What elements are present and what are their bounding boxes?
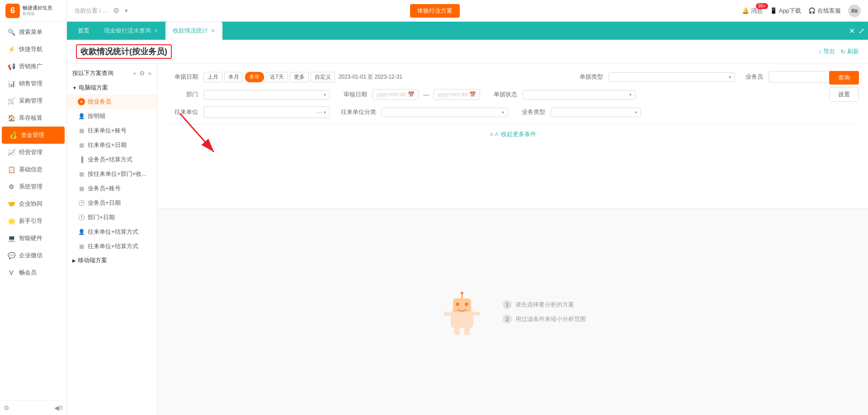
- warehouse-icon: 🏠: [7, 114, 15, 122]
- calendar-from-icon[interactable]: 📅: [408, 91, 415, 98]
- partner-category-label: 往来单位分类: [335, 108, 376, 116]
- scheme-group-desktop-title[interactable]: ▼ 电脑端方案: [67, 81, 157, 94]
- scheme-item-dept-date[interactable]: 🕐 部门+日期: [67, 210, 157, 225]
- sidebar-item-warehouse[interactable]: 🏠 库存核算: [0, 109, 66, 127]
- notification-item[interactable]: 🔔 99+ 消息: [742, 7, 763, 15]
- calendar-to-icon[interactable]: 📅: [469, 91, 476, 98]
- sidebar-nav: 🔍 搜索菜单 ⚡ 快捷导航 📢 营销推广 📊 销售管理 🛒 采购管理 🏠 库存核…: [0, 22, 66, 400]
- logo-icon: 6: [5, 4, 20, 18]
- sidebar-item-purchase[interactable]: 🛒 采购管理: [0, 92, 66, 109]
- sidebar-item-enterprise[interactable]: 🤝 企业协同: [0, 195, 66, 212]
- svg-point-5: [465, 302, 468, 306]
- doc-status-arrow-icon: ▾: [629, 92, 632, 97]
- dropdown-arrow-icon[interactable]: ▾: [125, 7, 128, 14]
- bottom-collapse-icon[interactable]: ◀II: [54, 404, 63, 411]
- date-btn-last-month[interactable]: 上月: [203, 72, 222, 82]
- sidebar-item-marketing[interactable]: 📢 营销推广: [0, 58, 66, 75]
- business-type-select[interactable]: ▾: [551, 108, 641, 117]
- scheme-header: 按以下方案查询 + ⚙ «: [67, 64, 157, 81]
- doc-status-select[interactable]: ▾: [523, 90, 636, 99]
- scheme-item-by-detail[interactable]: 👤 按明细: [67, 109, 157, 123]
- review-date-to-input[interactable]: yyyy-mm-dd 📅: [434, 89, 480, 100]
- sidebar-item-sales[interactable]: 📊 销售管理: [0, 75, 66, 92]
- scheme-item-salesman-account[interactable]: ▦ 业务员+账号: [67, 181, 157, 196]
- doc-type-select[interactable]: ▾: [609, 72, 735, 82]
- query-button[interactable]: 查询: [829, 71, 859, 85]
- sidebar-item-wechat[interactable]: 💬 企业微信: [0, 247, 66, 264]
- filter-row-1: 单据日期 上月 本月 本年 近7天 更多 自定义 2023-01-01 至 20…: [166, 71, 859, 83]
- date-btn-custom[interactable]: 自定义: [311, 72, 335, 82]
- partner-more-icon[interactable]: ···: [316, 108, 322, 116]
- scheme-item-customer-method2[interactable]: ▦ 往来单位+结算方式: [67, 239, 157, 254]
- svg-point-4: [456, 302, 459, 306]
- logo-text-area: 畅捷通好生意 标准版: [23, 5, 52, 17]
- settings-button[interactable]: 设置: [829, 87, 859, 102]
- collapse-more-btn[interactable]: ∧∧ 收起更多条件: [166, 124, 859, 144]
- scheme-item-customer-date[interactable]: ▦ 往来单位+日期: [67, 138, 157, 152]
- date-btn-this-month[interactable]: 本月: [224, 72, 243, 82]
- tip-text-2: 用过滤条件来缩小分析范围: [515, 315, 586, 323]
- scheme-item-salesman-method[interactable]: ▐ 业务员+结算方式: [67, 152, 157, 167]
- header-left: 当前位置 / ... ⚙ ▾: [74, 6, 128, 15]
- window-close-icon[interactable]: ✕: [849, 27, 855, 35]
- online-service-item[interactable]: 🎧 在线客服: [808, 7, 841, 15]
- date-btn-more[interactable]: 更多: [290, 72, 309, 82]
- scheme-item-customer-account[interactable]: ▦ 往来单位+账号: [67, 123, 157, 138]
- sidebar-item-guide[interactable]: 🌟 新手引导: [0, 212, 66, 230]
- business-type-label: 业务类型: [514, 108, 545, 116]
- scheme-add-icon[interactable]: +: [133, 70, 137, 77]
- scheme-panel: 按以下方案查询 + ⚙ « ▼ 电脑端方案 ●: [67, 64, 157, 415]
- settings-gear-icon[interactable]: ⚙: [113, 6, 119, 15]
- tab-bank-close-icon[interactable]: ✕: [154, 28, 158, 34]
- dept-select[interactable]: ▾: [203, 90, 330, 99]
- window-expand-icon[interactable]: ⤢: [859, 27, 864, 35]
- sidebar-bottom: ⚙ ◀II: [0, 400, 66, 415]
- app-download-label: App下载: [779, 7, 801, 15]
- scheme-item-salesman-date[interactable]: 🕐 业务员+日期: [67, 196, 157, 210]
- scheme-item-customer-method1[interactable]: 👤 往来单位+结算方式: [67, 225, 157, 239]
- logo-title: 畅捷通好生意: [23, 5, 52, 11]
- bottom-settings-icon[interactable]: ⚙: [4, 404, 9, 411]
- date-btn-7days[interactable]: 近7天: [266, 72, 288, 82]
- export-button[interactable]: ↑ 导出: [819, 47, 835, 56]
- marketing-icon: 📢: [7, 62, 15, 71]
- sidebar-item-system[interactable]: ⚙ 系统管理: [0, 178, 66, 195]
- partner-category-select[interactable]: ▾: [382, 108, 508, 117]
- trial-button[interactable]: 体验行业方案: [410, 4, 460, 18]
- page-content: 收款情况统计(按业务员) ↑ 导出 ↻ 刷新: [67, 40, 868, 415]
- scheme-group-mobile-title[interactable]: ▶ 移动端方案: [67, 254, 157, 267]
- tab-collection-close-icon[interactable]: ✕: [211, 28, 215, 34]
- refresh-button[interactable]: ↻ 刷新: [840, 47, 859, 56]
- sidebar-label-quicknav: 快捷导航: [19, 45, 42, 53]
- tab-home[interactable]: 首页: [71, 22, 97, 40]
- review-date-from-input[interactable]: yyyy-mm-dd 📅: [373, 89, 419, 100]
- sidebar-label-search: 搜索菜单: [19, 28, 42, 36]
- user-avatar[interactable]: Rit: [848, 5, 861, 17]
- partner-select[interactable]: ··· ▾: [203, 106, 330, 118]
- filter-row-3: 往来单位 ··· ▾ 往来单位分类 ▾ 业务类型: [166, 106, 859, 118]
- scheme-item-by-salesman[interactable]: ● 按业务员: [67, 94, 157, 109]
- app-download-item[interactable]: 📱 App下载: [770, 7, 801, 15]
- sidebar: 6 畅捷通好生意 标准版 🔍 搜索菜单 ⚡ 快捷导航 📢 营销推广 📊 销售管理…: [0, 0, 67, 415]
- sidebar-item-member[interactable]: V 畅会员: [0, 264, 66, 281]
- date-btn-this-year[interactable]: 本年: [245, 72, 264, 82]
- robot-illustration: [439, 289, 485, 335]
- tab-collection[interactable]: 收款情况统计 ✕: [165, 22, 222, 40]
- sidebar-item-search[interactable]: 🔍 搜索菜单: [0, 24, 66, 41]
- content-area: 按以下方案查询 + ⚙ « ▼ 电脑端方案 ●: [67, 64, 868, 415]
- sidebar-item-operation[interactable]: 📈 经营管理: [0, 144, 66, 161]
- customer-method1-icon: 👤: [78, 228, 85, 236]
- scheme-settings-icon[interactable]: ⚙: [139, 70, 145, 77]
- sidebar-item-finance[interactable]: 💰 资金管理: [2, 127, 65, 144]
- partner-label: 往来单位: [166, 108, 198, 116]
- salesman-date-icon: 🕐: [78, 199, 85, 207]
- scheme-collapse-icon[interactable]: «: [148, 70, 151, 77]
- tab-bank[interactable]: 现金银行流水查询 ✕: [97, 22, 165, 40]
- sidebar-item-quicknav[interactable]: ⚡ 快捷导航: [0, 41, 66, 58]
- sidebar-item-hardware[interactable]: 💻 智能硬件: [0, 230, 66, 247]
- scheme-group-mobile-label: 移动端方案: [78, 256, 107, 264]
- export-icon: ↑: [819, 48, 822, 55]
- sidebar-item-basic[interactable]: 📋 基础信息: [0, 161, 66, 178]
- empty-content: 1 请先选择要分析的方案 2 用过滤条件来缩小分析范围: [439, 289, 586, 335]
- scheme-item-customer-dept[interactable]: ▦ 按往来单位+部门+收...: [67, 167, 157, 181]
